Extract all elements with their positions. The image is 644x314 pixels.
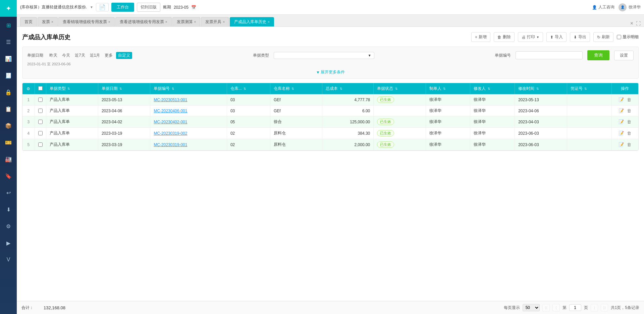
tab-invoice[interactable]: 发票 × [38,17,58,26]
row-checkbox[interactable] [38,109,43,113]
dropdown-icon[interactable]: ▼ [90,5,93,9]
edit-icon[interactable]: 📝 [619,131,624,136]
page-input[interactable] [569,304,581,311]
user-info[interactable]: 👤 徐泽华 [619,3,641,11]
doc-type-btn[interactable]: 📄 [96,3,109,11]
sidebar-item-box[interactable]: 📦 [0,117,17,134]
refresh-button[interactable]: ↻ 刷新 [593,32,613,42]
row-checkbox[interactable] [38,142,43,147]
edit-icon[interactable]: 📝 [619,108,624,113]
print-button[interactable]: 🖨 打印 ▼ [518,32,543,42]
row-checkbox[interactable] [38,131,43,135]
trash-icon[interactable]: 🗑 [627,97,631,102]
sidebar-item-return[interactable]: ↩ [0,184,17,201]
tab-product-history-close[interactable]: × [268,20,270,24]
th-modify-time[interactable]: 修改时间 ⇅ [515,83,567,94]
sidebar-item-org[interactable]: ☰ [0,34,17,50]
tab-product-history[interactable]: 产成品入库单历史 × [230,17,274,26]
show-detail-checkbox[interactable] [617,35,621,39]
next-page-button[interactable]: ⟩ [591,304,598,311]
tab-invoice-calc[interactable]: 发票测算 × [172,17,201,26]
date-1month[interactable]: 近1月 [89,52,102,59]
edit-icon[interactable]: 📝 [619,119,624,124]
tab-invoice-close[interactable]: × [51,20,53,24]
select-all-checkbox[interactable] [38,86,43,90]
sidebar-item-stamp[interactable]: 🔖 [0,168,17,184]
doc-type-select[interactable]: ▼ [274,52,374,59]
prev-page-button[interactable]: ⟨ [552,304,560,311]
th-settings[interactable]: ⚙ [22,83,35,94]
tab-vat-out[interactable]: 查看销项增值税专用发票 × [58,17,115,26]
sidebar-item-ticket[interactable]: 🎫 [0,134,17,151]
sidebar-item-list[interactable]: 📋 [0,101,17,117]
edit-icon[interactable]: 📝 [619,142,624,147]
sidebar-item-download[interactable]: ⬇ [0,201,17,218]
date-today[interactable]: 今天 [61,52,71,59]
sidebar-item-settings[interactable]: ⚙ [0,218,17,235]
sidebar-item-warehouse[interactable]: 🏭 [0,151,17,168]
sidebar-item-invoice[interactable]: 🧾 [0,67,17,84]
sidebar-item-v[interactable]: V [0,251,17,268]
trash-icon[interactable]: 🗑 [627,119,631,124]
edit-icon[interactable]: 📝 [619,97,624,102]
page-size-select[interactable]: 10 20 50 100 [523,304,540,311]
sort-voucher-no-icon: ⇅ [584,87,587,90]
delete-button[interactable]: 🗑 删除 [494,32,515,42]
th-doc-type[interactable]: 单据类型 ⇅ [46,83,98,94]
switch-version-button[interactable]: 切到旧版 [137,3,160,12]
th-creator[interactable]: 制单人 ⇅ [426,83,470,94]
th-checkbox[interactable] [35,83,46,94]
show-detail-checkbox-wrap[interactable]: 显示明细 [617,34,639,40]
th-warehouse-name[interactable]: 仓库名称 ⇅ [270,83,322,94]
workbench-button[interactable]: 工作台 [111,3,134,12]
sidebar-item-home[interactable]: ⊞ [0,17,17,34]
row-checkbox[interactable] [38,98,43,102]
tab-invoice-open-close[interactable]: × [223,20,225,24]
date-more[interactable]: 更多 [103,52,114,59]
tab-invoice-open[interactable]: 发票开具 × [201,17,229,26]
tab-maximize[interactable]: ⛶ [636,21,641,26]
last-page-button[interactable]: ⟩⟩ [601,304,608,311]
th-warehouse-code[interactable]: 仓库... ⇅ [227,83,270,94]
trash-icon[interactable]: 🗑 [627,131,631,136]
footer-bar: 合计： 132,168.08 每页显示 10 20 50 100 ⟨⟨ ⟨ 第 … [17,301,644,314]
export-button[interactable]: ⬇ 导出 [570,32,590,42]
doc-no-link[interactable]: MC-20230513-001 [154,98,187,102]
trash-icon[interactable]: 🗑 [627,108,631,113]
th-doc-date[interactable]: 单据日期 ⇅ [98,83,150,94]
tab-home[interactable]: 首页 [20,17,37,26]
sidebar-item-play[interactable]: ▶ [0,235,17,251]
tab-vat-in[interactable]: 查看进项增值税专用发票 × [115,17,172,26]
tab-close-all[interactable]: × [630,20,633,26]
import-button[interactable]: ⬆ 导入 [546,32,567,42]
doc-no-link[interactable]: MC-20230319-001 [154,142,187,147]
logo[interactable]: ✦ [0,0,17,17]
doc-no-input[interactable] [516,51,583,59]
expand-button[interactable]: ▼ 展开更多条件 [316,69,345,75]
th-total-cost[interactable]: 总成本 ⇅ [322,83,374,94]
th-voucher-no[interactable]: 凭证号 ⇅ [567,83,611,94]
doc-no-link[interactable]: MC-20230319-002 [154,131,187,136]
tab-vat-out-close[interactable]: × [108,20,110,24]
date-yesterday[interactable]: 昨天 [48,52,59,59]
reset-button[interactable]: 设置 [614,51,634,60]
query-button[interactable]: 查询 [587,50,609,60]
doc-no-link[interactable]: MC-20230406-001 [154,109,187,113]
th-doc-no[interactable]: 单据编号 ⇅ [150,83,227,94]
date-7days[interactable]: 近7天 [73,52,87,59]
sidebar-item-chart[interactable]: 📊 [0,50,17,67]
th-doc-status[interactable]: 单据状态 ⇅ [374,83,426,94]
new-button[interactable]: + 新增 [471,32,490,42]
doc-no-link[interactable]: MC-20230402-001 [154,120,187,124]
first-page-button[interactable]: ⟨⟨ [542,304,550,311]
th-modifier[interactable]: 修改人 ⇅ [470,83,515,94]
sidebar-item-lock[interactable]: 🔒 [0,84,17,101]
date-custom[interactable]: 自定义 [116,52,132,59]
calendar-icon[interactable]: 📅 [191,5,196,10]
row-checkbox[interactable] [38,120,43,124]
trash-icon[interactable]: 🗑 [627,142,631,147]
service-link[interactable]: 👤 人工咨询 [592,4,614,10]
tab-vat-in-close[interactable]: × [165,20,167,24]
tab-invoice-calc-close[interactable]: × [194,20,196,24]
expand-icon: ▼ [316,70,320,75]
